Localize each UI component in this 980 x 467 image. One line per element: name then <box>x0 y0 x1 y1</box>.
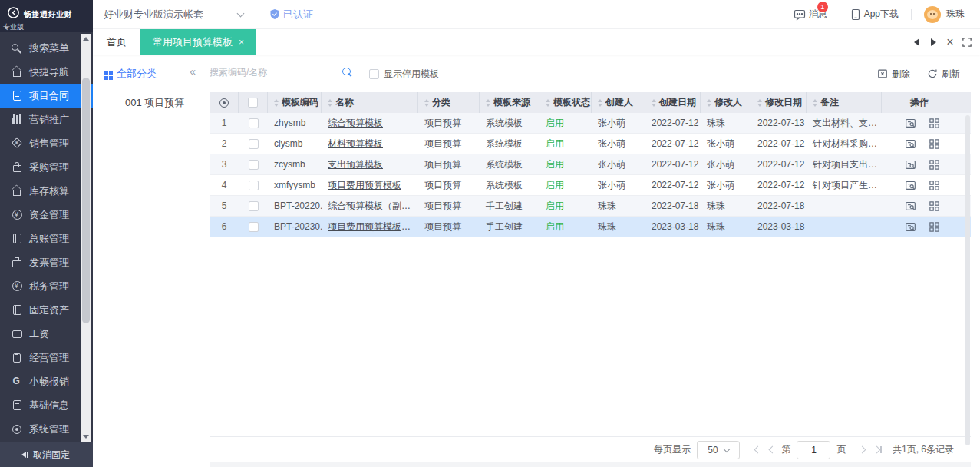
user-avatar[interactable] <box>924 6 941 23</box>
select-all-checkbox[interactable] <box>248 98 258 108</box>
content-scrollbar[interactable] <box>965 115 970 445</box>
tab-close-icon[interactable]: × <box>239 37 244 48</box>
collapse-panel-icon[interactable]: « <box>190 65 196 78</box>
template-name-link[interactable]: 项目费用预算模板 <box>328 179 401 192</box>
table-row[interactable]: 3zcysmb支出预算模板项目预算系统模板启用张小萌2022-07-12张小萌2… <box>210 154 971 175</box>
sidebar-item-search-menu[interactable]: 搜索菜单 <box>0 36 93 60</box>
qrcode-icon[interactable] <box>929 200 940 212</box>
refresh-button[interactable]: 刷新 <box>927 68 960 81</box>
show-disabled-checkbox[interactable] <box>369 69 379 79</box>
sidebar-item-system[interactable]: 系统管理 <box>0 417 93 441</box>
template-name-link[interactable]: 项目费用预算模板（副... <box>328 220 418 234</box>
sidebar-item-salary[interactable]: 工资 <box>0 322 93 346</box>
sort-icon[interactable] <box>707 99 711 107</box>
template-name-link[interactable]: 支出预算模板 <box>328 158 383 171</box>
table-row[interactable]: 5BPT-20220...综合预算模板（副本-2...项目预算手工创建启用珠珠2… <box>210 196 971 217</box>
row-checkbox[interactable] <box>249 201 259 211</box>
preview-icon[interactable] <box>905 159 916 171</box>
column-header-created-date[interactable]: 创建日期 <box>645 92 701 113</box>
tab-home[interactable]: 首页 <box>104 29 130 55</box>
delete-button[interactable]: 删除 <box>877 68 910 81</box>
qrcode-icon[interactable] <box>929 159 940 171</box>
per-page-select[interactable]: 50 <box>697 441 740 459</box>
unpin-sidebar-button[interactable]: 取消固定 <box>0 442 93 467</box>
sidebar-item-marketing[interactable]: 营销推广 <box>0 108 93 131</box>
sidebar-item-reimburse[interactable]: 小畅报销 <box>0 369 93 393</box>
row-checkbox[interactable] <box>249 181 259 190</box>
column-header-source[interactable]: 模板来源 <box>480 92 539 113</box>
sidebar-item-tax[interactable]: 税务管理 <box>0 274 93 298</box>
column-header-category[interactable]: 分类 <box>418 92 480 113</box>
column-header-name[interactable]: 名称 <box>322 92 418 113</box>
account-selector[interactable]: 好业财专业版演示帐套 <box>104 8 243 22</box>
preview-icon[interactable] <box>905 200 916 212</box>
scroll-up-arrow-icon[interactable] <box>83 37 89 41</box>
sort-icon[interactable] <box>757 99 762 107</box>
scrollbar-thumb[interactable] <box>82 78 90 323</box>
sidebar-item-project-contract[interactable]: 项目合同 <box>0 84 93 108</box>
sort-icon[interactable] <box>546 99 550 107</box>
last-page-button[interactable] <box>874 446 882 453</box>
column-header-status[interactable]: 模板状态 <box>539 92 592 113</box>
sort-icon[interactable] <box>598 99 602 107</box>
sort-icon[interactable] <box>424 99 429 107</box>
sort-icon[interactable] <box>813 99 817 107</box>
first-page-button[interactable] <box>754 446 761 453</box>
sort-icon[interactable] <box>652 99 656 107</box>
sidebar-item-invoice[interactable]: 发票管理 <box>0 250 93 274</box>
sidebar-item-fixed-assets[interactable]: 固定资产 <box>0 298 93 322</box>
scroll-down-arrow-icon[interactable] <box>83 435 89 439</box>
sort-icon[interactable] <box>328 99 332 107</box>
show-disabled-toggle[interactable]: 显示停用模板 <box>369 68 439 81</box>
table-row[interactable]: 4xmfyysmb项目费用预算模板项目预算系统模板启用张小萌2022-07-12… <box>210 175 971 196</box>
prev-page-button[interactable] <box>770 447 775 452</box>
next-page-button[interactable] <box>860 447 865 452</box>
fullscreen-button[interactable] <box>959 29 975 55</box>
preview-icon[interactable] <box>905 118 916 129</box>
table-row[interactable]: 6BPT-20230...项目费用预算模板（副...项目预算手工创建启用珠珠20… <box>210 217 971 237</box>
column-header-creator[interactable]: 创建人 <box>592 92 645 113</box>
preview-icon[interactable] <box>905 138 916 150</box>
sidebar-item-ledger[interactable]: 总账管理 <box>0 227 93 250</box>
sidebar-item-funds[interactable]: 资金管理 <box>0 203 93 227</box>
scrollbar-track[interactable] <box>81 44 91 432</box>
sort-icon[interactable] <box>274 99 279 107</box>
sidebar-item-operations[interactable]: 经营管理 <box>0 346 93 369</box>
user-name[interactable]: 珠珠 <box>946 8 965 21</box>
sidebar-scrollbar[interactable] <box>81 34 91 442</box>
template-name-link[interactable]: 综合预算模板（副本-2... <box>328 200 418 213</box>
qrcode-icon[interactable] <box>929 180 940 191</box>
qrcode-icon[interactable] <box>929 221 940 233</box>
column-header-code[interactable]: 模板编码 <box>268 92 322 113</box>
row-checkbox[interactable] <box>249 160 259 170</box>
tab-scroll-left-button[interactable] <box>908 29 925 55</box>
app-download-button[interactable]: App下载 <box>850 8 899 21</box>
column-header-modified-date[interactable]: 修改日期 <box>751 92 807 113</box>
sidebar-item-quick-nav[interactable]: 快捷导航 <box>0 60 93 84</box>
sidebar-item-sales[interactable]: 销售管理 <box>0 131 93 155</box>
tree-item-project-budget[interactable]: 001 项目预算 <box>93 88 200 118</box>
search-icon[interactable] <box>342 67 352 78</box>
qrcode-icon[interactable] <box>929 118 940 129</box>
row-checkbox[interactable] <box>249 222 259 232</box>
search-input[interactable] <box>210 67 342 78</box>
column-header-remark[interactable]: 备注 <box>807 92 882 113</box>
row-checkbox[interactable] <box>249 139 259 149</box>
preview-icon[interactable] <box>905 221 916 233</box>
preview-icon[interactable] <box>905 180 916 191</box>
template-name-link[interactable]: 材料预算模板 <box>328 137 383 151</box>
tab-scroll-right-button[interactable] <box>925 29 942 55</box>
sidebar-item-inventory[interactable]: 库存核算 <box>0 179 93 203</box>
sidebar-item-purchase[interactable]: 采购管理 <box>0 155 93 179</box>
sort-icon[interactable] <box>486 99 490 107</box>
template-name-link[interactable]: 综合预算模板 <box>328 117 383 130</box>
qrcode-icon[interactable] <box>929 138 940 150</box>
table-row[interactable]: 1zhysmb综合预算模板项目预算系统模板启用张小萌2022-07-12珠珠20… <box>210 113 971 134</box>
gear-icon[interactable] <box>218 97 230 109</box>
category-tree-header[interactable]: 全部分类 <box>93 55 200 88</box>
messages-button[interactable]: 消息 1 <box>794 8 827 21</box>
tab-budget-templates[interactable]: 常用项目预算模板 × <box>140 29 256 55</box>
tab-close-all-button[interactable]: × <box>942 29 959 55</box>
sidebar-item-basic-info[interactable]: 基础信息 <box>0 393 93 417</box>
row-checkbox[interactable] <box>249 118 259 128</box>
